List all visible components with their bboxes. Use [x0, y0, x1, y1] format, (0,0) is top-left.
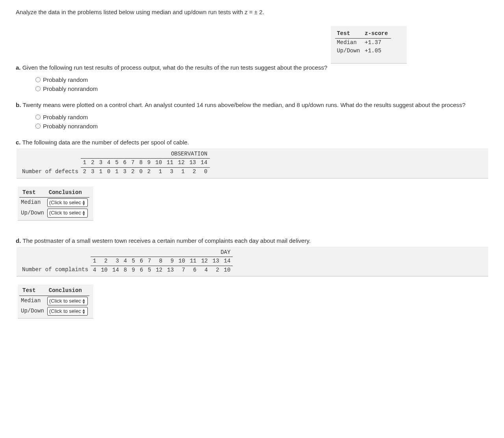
table-row: Median (Click to selec ▲▼ — [19, 198, 89, 208]
part-a-col2: z-score — [363, 30, 391, 38]
part-a-options: Probably random Probably nonrandom — [35, 76, 488, 93]
radio-input[interactable] — [35, 77, 41, 82]
part-a-label: a. — [16, 64, 21, 71]
radio-label: Probably nonrandom — [43, 85, 98, 93]
updown-select[interactable]: (Click to selec ▲▼ — [47, 209, 88, 217]
stepper-icon: ▲▼ — [82, 200, 86, 205]
part-d-data-table-wrap: DAY 1 2 3 4 5 6 7 8 9 10 11 12 13 14 Num… — [17, 247, 488, 277]
day-data-row: Number of complaints 4 10 14 8 9 6 5 12 … — [20, 266, 233, 274]
part-d-label: d. — [16, 237, 21, 244]
table-row: Median (Click to selec ▲▼ — [19, 296, 89, 306]
conclusion-col1: Test — [19, 286, 46, 296]
part-c: c. The following data are the number of … — [16, 138, 488, 229]
part-c-conclusion-wrap: Test Conclusion Median (Click to selec ▲… — [18, 187, 93, 221]
table-row: Median +1.37 — [335, 38, 391, 47]
part-b-label: b. — [16, 102, 21, 108]
day-title: DAY — [91, 248, 233, 257]
part-c-conclusion-table: Test Conclusion Median (Click to selec ▲… — [19, 188, 89, 218]
stepper-icon: ▲▼ — [82, 298, 86, 304]
radio-input[interactable] — [35, 124, 41, 129]
part-d-prompt: The postmaster of a small western town r… — [22, 237, 311, 244]
radio-option[interactable]: Probably nonrandom — [35, 122, 488, 130]
observation-header-row: 1 2 3 4 5 6 7 8 9 10 11 12 13 14 — [20, 159, 210, 168]
observation-title: OBSERVATION — [81, 150, 210, 159]
part-c-data-table: OBSERVATION 1 2 3 4 5 6 7 8 9 10 11 12 1… — [20, 150, 210, 176]
table-row: Up/Down (Click to selec ▲▼ — [19, 208, 89, 218]
part-d-conclusion-table: Test Conclusion Median (Click to selec ▲… — [19, 286, 89, 316]
part-a-col1: Test — [335, 30, 363, 38]
part-a-table: Test z-score Median +1.37 Up/Down +1.05 — [335, 30, 391, 55]
radio-option[interactable]: Probably random — [35, 76, 488, 84]
table-row: Up/Down (Click to selec ▲▼ — [19, 306, 89, 316]
updown-select[interactable]: (Click to selec ▲▼ — [47, 307, 88, 316]
day-header-row: 1 2 3 4 5 6 7 8 9 10 11 12 13 14 — [20, 257, 233, 266]
part-c-data-table-wrap: OBSERVATION 1 2 3 4 5 6 7 8 9 10 11 12 1… — [17, 148, 488, 179]
part-a-table-wrap: Test z-score Median +1.37 Up/Down +1.05 — [331, 26, 407, 64]
radio-option[interactable]: Probably nonrandom — [35, 85, 488, 93]
radio-label: Probably random — [43, 76, 88, 84]
intro-text: Analyze the data in the problems listed … — [16, 8, 488, 16]
radio-input[interactable] — [35, 86, 41, 91]
median-select[interactable]: (Click to selec ▲▼ — [47, 198, 88, 207]
conclusion-col1: Test — [19, 188, 46, 198]
part-d: d. The postmaster of a small western tow… — [16, 237, 488, 327]
part-a-prompt: Given the following run test results of … — [22, 64, 328, 71]
observation-data-row: Number of defects 2 3 1 0 1 3 2 0 2 1 3 … — [20, 167, 210, 176]
stepper-icon: ▲▼ — [82, 309, 86, 314]
part-d-data-table: DAY 1 2 3 4 5 6 7 8 9 10 11 12 13 14 Num… — [20, 248, 233, 275]
radio-label: Probably random — [43, 113, 88, 121]
median-select[interactable]: (Click to selec ▲▼ — [47, 297, 88, 305]
radio-label: Probably nonrandom — [43, 122, 98, 130]
part-b-options: Probably random Probably nonrandom — [35, 113, 488, 130]
stepper-icon: ▲▼ — [82, 210, 86, 216]
radio-input[interactable] — [35, 115, 41, 120]
part-d-conclusion-wrap: Test Conclusion Median (Click to selec ▲… — [18, 285, 93, 319]
part-b-prompt: Twenty means were plotted on a control c… — [22, 102, 465, 108]
conclusion-col2: Conclusion — [46, 286, 89, 296]
part-a: a. Given the following run test results … — [16, 24, 488, 93]
part-c-label: c. — [16, 139, 21, 146]
radio-option[interactable]: Probably random — [35, 113, 488, 121]
conclusion-col2: Conclusion — [46, 188, 89, 198]
part-c-prompt: The following data are the number of def… — [22, 139, 189, 146]
table-row: Up/Down +1.05 — [335, 47, 391, 55]
part-b: b. Twenty means were plotted on a contro… — [16, 101, 488, 130]
